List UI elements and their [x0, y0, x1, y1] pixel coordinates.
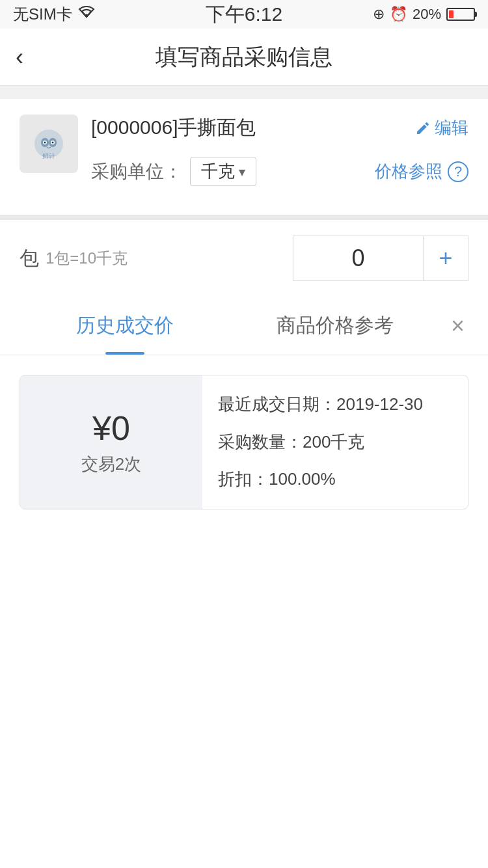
quantity-label: 包 1包=10千克	[20, 245, 128, 272]
history-card: ¥0 交易2次 最近成交日期：2019-12-30 采购数量：200千克 折扣：…	[20, 375, 468, 509]
status-right: ⊕ ⏰ 20%	[373, 6, 475, 23]
purchase-qty-item: 采购数量：200千克	[218, 429, 452, 456]
battery-pct: 20%	[413, 6, 441, 23]
nav-bar: ‹ 填写商品采购信息	[0, 29, 488, 86]
edit-label: 编辑	[435, 116, 468, 139]
battery-icon	[446, 8, 475, 21]
status-left: 无SIM卡	[13, 4, 96, 25]
location-icon: ⊕	[373, 6, 385, 23]
status-time: 下午6:12	[206, 1, 282, 28]
tab-close-button[interactable]: ×	[441, 304, 475, 348]
edit-button[interactable]: 编辑	[415, 116, 468, 139]
product-logo-icon: 鲜计	[29, 124, 68, 163]
package-icon: 包	[20, 245, 39, 272]
chevron-down-icon: ▾	[239, 164, 245, 180]
purchase-unit-label: 采购单位：	[91, 159, 182, 184]
purchase-unit-left: 采购单位： 千克 ▾	[91, 157, 256, 186]
product-image: 鲜计	[20, 115, 78, 173]
svg-point-6	[52, 142, 54, 144]
alarm-icon: ⏰	[390, 6, 407, 23]
product-card: 鲜计 [0000006]手撕面包 编辑 采购单位： 千克 ▾	[0, 99, 488, 215]
quantity-input[interactable]	[293, 236, 423, 281]
edit-icon	[415, 120, 431, 136]
page-title: 填写商品采购信息	[156, 42, 332, 72]
history-details: 最近成交日期：2019-12-30 采购数量：200千克 折扣：100.00%	[202, 375, 468, 509]
section-divider	[0, 215, 488, 220]
unit-selector[interactable]: 千克 ▾	[190, 157, 256, 186]
tab-section: 历史成交价 商品价格参考 × ¥0 交易2次 最近成交日期：2019-12-30…	[0, 297, 488, 529]
quantity-row: 包 1包=10千克 +	[0, 220, 488, 297]
product-name-row: [0000006]手撕面包 编辑	[91, 115, 468, 141]
history-price-value: ¥0	[92, 409, 130, 448]
trade-count: 交易2次	[81, 453, 141, 476]
svg-point-5	[44, 142, 46, 144]
unit-value: 千克	[201, 160, 235, 183]
tab-header: 历史成交价 商品价格参考 ×	[0, 297, 488, 355]
discount-item: 折扣：100.00%	[218, 466, 452, 493]
unit-conversion: 1包=10千克	[46, 248, 128, 269]
bottom-space	[0, 529, 488, 868]
quantity-input-wrap: +	[293, 236, 468, 281]
carrier-text: 无SIM卡	[13, 4, 72, 25]
product-info: [0000006]手撕面包 编辑 采购单位： 千克 ▾ 价格	[91, 115, 468, 186]
product-header: 鲜计 [0000006]手撕面包 编辑 采购单位： 千克 ▾	[20, 115, 468, 186]
price-ref-button[interactable]: 价格参照 ?	[375, 160, 468, 183]
status-bar: 无SIM卡 下午6:12 ⊕ ⏰ 20%	[0, 0, 488, 29]
tab-product-price-ref[interactable]: 商品价格参考	[230, 297, 440, 355]
back-button[interactable]: ‹	[16, 44, 23, 71]
purchase-unit-row: 采购单位： 千克 ▾ 价格参照 ?	[91, 157, 468, 186]
history-price-summary: ¥0 交易2次	[20, 375, 202, 509]
plus-button[interactable]: +	[423, 236, 468, 281]
product-full-name: [0000006]手撕面包	[91, 115, 256, 141]
recent-date-item: 最近成交日期：2019-12-30	[218, 391, 452, 418]
wifi-icon	[77, 5, 96, 23]
history-content: ¥0 交易2次 最近成交日期：2019-12-30 采购数量：200千克 折扣：…	[0, 355, 488, 529]
svg-text:鲜计: 鲜计	[42, 152, 55, 159]
tab-history-price[interactable]: 历史成交价	[20, 297, 230, 355]
price-ref-label: 价格参照	[375, 160, 442, 183]
help-icon: ?	[448, 161, 468, 182]
